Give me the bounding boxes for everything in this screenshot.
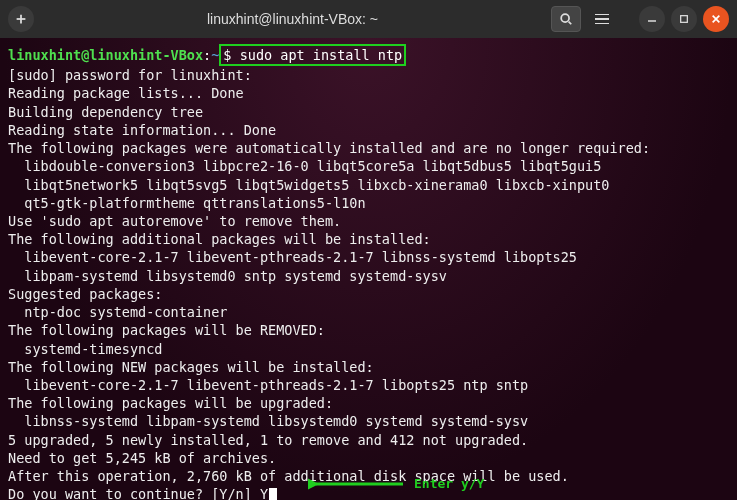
output-line: [sudo] password for linuxhint:	[8, 66, 729, 84]
output-line: 5 upgraded, 5 newly installed, 1 to remo…	[8, 431, 729, 449]
titlebar: linuxhint@linuxhint-VBox: ~	[0, 0, 737, 38]
arrow-icon	[308, 474, 408, 494]
svg-point-2	[561, 14, 569, 22]
close-button[interactable]	[703, 6, 729, 32]
annotation-label: Enter y/Y	[414, 475, 484, 493]
confirm-answer: Y	[260, 486, 268, 500]
output-line: The following packages will be REMOVED:	[8, 321, 729, 339]
output-line: Need to get 5,245 kB of archives.	[8, 449, 729, 467]
svg-line-3	[569, 22, 572, 25]
output-line: Use 'sudo apt autoremove' to remove them…	[8, 212, 729, 230]
output-line: Suggested packages:	[8, 285, 729, 303]
svg-rect-5	[681, 16, 688, 23]
output-line: Building dependency tree	[8, 103, 729, 121]
output-line: libqt5network5 libqt5svg5 libqt5widgets5…	[8, 176, 729, 194]
search-button[interactable]	[551, 6, 581, 32]
maximize-button[interactable]	[671, 6, 697, 32]
menu-button[interactable]	[587, 6, 617, 32]
output-line: The following additional packages will b…	[8, 230, 729, 248]
minimize-button[interactable]	[639, 6, 665, 32]
window-title: linuxhint@linuxhint-VBox: ~	[40, 11, 545, 27]
output-line: libnss-systemd libpam-systemd libsystemd…	[8, 412, 729, 430]
output-line: Reading package lists... Done	[8, 84, 729, 102]
output-line: The following packages will be upgraded:	[8, 394, 729, 412]
annotation: Enter y/Y	[308, 474, 484, 494]
cursor	[269, 488, 277, 500]
prompt-path: ~	[211, 47, 219, 63]
command-text: sudo apt install ntp	[240, 47, 403, 63]
output-line: The following NEW packages will be insta…	[8, 358, 729, 376]
output-line: Reading state information... Done	[8, 121, 729, 139]
output-line: libpam-systemd libsystemd0 sntp systemd …	[8, 267, 729, 285]
output-line: systemd-timesyncd	[8, 340, 729, 358]
output-line: libdouble-conversion3 libpcre2-16-0 libq…	[8, 157, 729, 175]
new-tab-button[interactable]	[8, 6, 34, 32]
output-line: libevent-core-2.1-7 libevent-pthreads-2.…	[8, 248, 729, 266]
prompt-user: linuxhint@linuxhint-VBox	[8, 47, 203, 63]
output-line: ntp-doc systemd-container	[8, 303, 729, 321]
output-line: The following packages were automaticall…	[8, 139, 729, 157]
command-highlight: $ sudo apt install ntp	[219, 44, 406, 66]
terminal-body[interactable]: linuxhint@linuxhint-VBox:~$ sudo apt ins…	[0, 38, 737, 500]
prompt-line: linuxhint@linuxhint-VBox:~$ sudo apt ins…	[8, 44, 729, 66]
output-line: libevent-core-2.1-7 libevent-pthreads-2.…	[8, 376, 729, 394]
output-line: qt5-gtk-platformtheme qttranslations5-l1…	[8, 194, 729, 212]
